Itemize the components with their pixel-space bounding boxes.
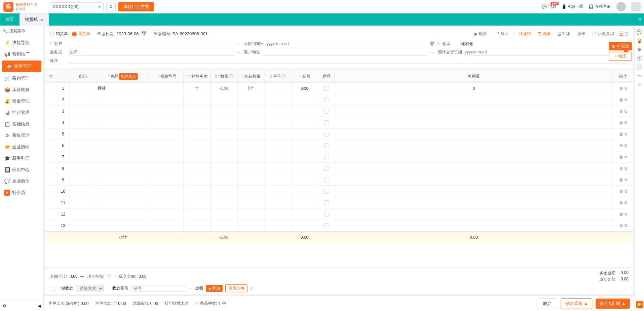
delete-icon[interactable]: 🗑	[619, 155, 623, 159]
th-settings[interactable]: ⚙	[45, 70, 57, 82]
rp-btn-5[interactable]: 📄	[636, 63, 643, 71]
one-click-payment-checkbox[interactable]	[50, 286, 54, 291]
copy-icon[interactable]: ⧉	[624, 143, 628, 148]
account-input[interactable]	[131, 285, 186, 292]
td-amount-1[interactable]: 0.00	[291, 83, 318, 94]
message-btn[interactable]: 💬 消息 99+	[542, 4, 556, 9]
sidebar-item-collab[interactable]: 🤝 企业协同	[0, 141, 43, 153]
rp-btn-2[interactable]: 🔒	[636, 37, 643, 44]
td-product-1[interactable]: 拆货	[96, 83, 150, 94]
payment-due-input[interactable]	[266, 41, 427, 47]
delete-icon[interactable]: 🗑	[619, 143, 623, 148]
scan-button[interactable]: 扫码录入	[119, 73, 138, 80]
copy-icon[interactable]: ⧉	[624, 155, 628, 159]
td-unit-1[interactable]: 个	[184, 83, 211, 94]
expense-info-icon[interactable]: ?	[250, 286, 253, 291]
delete-icon[interactable]: 🗑	[619, 166, 623, 171]
copy-icon[interactable]: ⧉	[624, 212, 628, 217]
gift-checkbox-1[interactable]	[324, 86, 329, 91]
expected-delivery-input[interactable]	[464, 49, 621, 55]
td-gift-1[interactable]	[318, 83, 335, 94]
sidebar-search[interactable]: 🔍 搜索菜单	[0, 26, 43, 37]
delete-icon[interactable]: 🗑	[619, 120, 623, 125]
delete-icon[interactable]: 🗑	[619, 212, 623, 217]
user-menu-btn[interactable]	[631, 2, 641, 11]
company-selector[interactable]: XXXXXX公司 ▾	[50, 2, 104, 11]
expense-btn[interactable]: 费用分摊	[225, 284, 248, 292]
remark-input[interactable]	[69, 57, 629, 64]
sidebar-collapse-icon[interactable]: ◀	[38, 304, 41, 308]
discard-button[interactable]: 放弃	[537, 298, 557, 309]
radio-return[interactable]: 退货单	[72, 31, 90, 37]
close-tab-icon[interactable]: ×	[41, 17, 43, 22]
close-all-tabs-icon[interactable]: ×	[638, 16, 641, 23]
td-spec-1[interactable]	[150, 83, 184, 94]
copy-icon[interactable]: ⧉	[624, 189, 628, 194]
addr-ellipsis[interactable]: ···	[430, 49, 434, 55]
copy-icon[interactable]: ⧉	[624, 200, 628, 205]
copy-icon[interactable]: ⧉	[624, 120, 628, 125]
salesperson-ellipsis[interactable]: ···	[236, 49, 240, 55]
cash-discount-info-icon[interactable]: ⓘ	[107, 274, 111, 279]
settlement-method-select[interactable]: 结算方式	[76, 285, 104, 292]
copy-icon-1[interactable]: ⧉	[624, 86, 628, 91]
tab-sale-order[interactable]: 销货单 ×	[20, 13, 49, 26]
calendar-icon[interactable]: 📅	[141, 31, 146, 36]
copy-icon[interactable]: ⧉	[624, 166, 628, 171]
tab-home[interactable]: 首页	[0, 13, 20, 26]
select-order-btn[interactable]: ☰ 选单	[536, 30, 553, 37]
sidebar-item-sales[interactable]: 🏠 销售管理	[2, 61, 41, 72]
shortcut-btn[interactable]: 快捷键	[517, 30, 533, 37]
copy-icon[interactable]: ⧉	[624, 109, 628, 114]
save-new-button[interactable]: 保存&新增 ▲	[596, 299, 630, 309]
app-download-btn[interactable]: 📱 App下载	[562, 4, 583, 9]
sidebar-item-basics[interactable]: 📋 基础信息	[0, 118, 43, 130]
history-btn[interactable]: 📄 历史单据	[590, 30, 616, 37]
online-service-btn[interactable]: 🎧 在线客服	[589, 4, 611, 9]
td-pkgqty-1[interactable]: 1个	[237, 83, 264, 94]
delete-icon[interactable]: 🗑	[619, 223, 623, 228]
copy-icon[interactable]: ⧉	[624, 223, 628, 228]
copy-icon[interactable]: ⧉	[624, 98, 628, 102]
print-btn[interactable]: 🖨 打印	[555, 30, 572, 37]
payment-due-calendar-icon[interactable]: 📅	[429, 42, 434, 46]
delete-icon[interactable]: 🗑	[619, 178, 623, 182]
qty-info-icon[interactable]: ⓘ	[229, 74, 233, 79]
customer-addr-input[interactable]	[263, 49, 428, 55]
sidebar-settings-icon[interactable]: ⚙	[3, 304, 6, 308]
td-price-1[interactable]	[264, 83, 291, 94]
sidebar-item-finance[interactable]: 💰 资金管理	[0, 95, 43, 107]
logistics-float-btn[interactable]: + 物流	[609, 52, 632, 61]
td-settings-1[interactable]	[45, 83, 57, 94]
radio-sale[interactable]: 销货单	[50, 31, 68, 37]
price-info-icon[interactable]: ⓘ	[282, 74, 286, 79]
save-draft-button[interactable]: 保存草稿 ▲	[561, 298, 593, 309]
help-btn[interactable]: ? 帮助	[495, 30, 510, 37]
sidebar-item-wechat[interactable]: 💬 企业微信	[0, 176, 43, 187]
sidebar-item-guide[interactable]: 🎓 新手引导	[0, 153, 43, 164]
sidebar-item-appcenter[interactable]: 🔲 应用中心	[0, 164, 43, 176]
operate-btn[interactable]: 操作	[575, 30, 587, 37]
salesperson-input[interactable]	[69, 49, 234, 55]
trial-button[interactable]: 体验行业方案	[118, 2, 154, 11]
gift-checkbox[interactable]	[324, 155, 329, 159]
rp-btn-6[interactable]: ✏	[636, 72, 643, 79]
delete-icon[interactable]: 🗑	[619, 200, 623, 205]
list-view-icon[interactable]: ☰	[619, 31, 623, 37]
gift-checkbox[interactable]	[324, 178, 329, 182]
account-ellipsis[interactable]: ···	[189, 286, 192, 291]
gift-checkbox[interactable]	[324, 166, 329, 171]
gift-checkbox[interactable]	[324, 212, 329, 217]
delete-icon[interactable]: 🗑	[619, 189, 623, 194]
gift-checkbox[interactable]	[324, 189, 329, 194]
gift-checkbox[interactable]	[324, 200, 329, 205]
sidebar-item-shortcut[interactable]: ⚡ 快捷导航	[0, 37, 43, 48]
rp-btn-4[interactable]: 🕐	[636, 54, 643, 62]
settings-float-btn[interactable]: ⚙ ⚙ 设置	[609, 42, 632, 50]
copy-icon[interactable]: ⧉	[624, 132, 628, 137]
settings-icon-btn[interactable]: ⚙	[106, 2, 116, 11]
sidebar-item-member[interactable]: V 畅会员	[0, 187, 43, 198]
settlement-ellipsis[interactable]: ···	[106, 286, 110, 291]
gift-checkbox[interactable]	[324, 98, 329, 102]
rp-btn-7[interactable]: ☆	[636, 81, 643, 88]
